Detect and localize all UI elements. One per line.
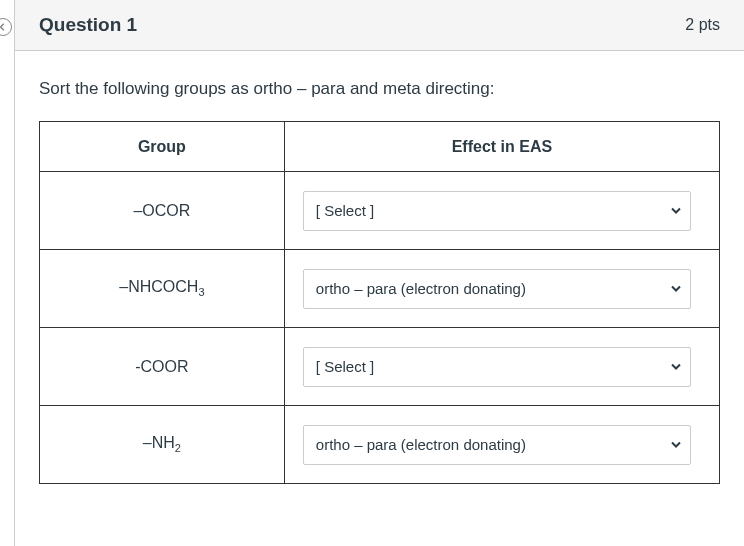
chevron-down-icon <box>670 358 682 375</box>
sorting-table: Group Effect in EAS –OCOR [ Select ] <box>39 121 720 484</box>
group-label: -COOR <box>135 358 188 375</box>
effect-select[interactable]: ortho – para (electron donating) <box>303 425 691 465</box>
question-header: Question 1 2 pts <box>15 0 744 51</box>
chevron-down-icon <box>670 202 682 219</box>
effect-select[interactable]: ortho – para (electron donating) <box>303 269 691 309</box>
question-container: Question 1 2 pts Sort the following grou… <box>14 0 744 546</box>
effect-select[interactable]: [ Select ] <box>303 347 691 387</box>
group-label: –NH2 <box>143 434 181 451</box>
group-label: –OCOR <box>133 202 190 219</box>
table-row: –OCOR [ Select ] <box>40 172 720 250</box>
table-row: -COOR [ Select ] <box>40 328 720 406</box>
question-prompt: Sort the following groups as ortho – par… <box>39 79 720 99</box>
select-value: [ Select ] <box>316 358 374 375</box>
question-title: Question 1 <box>39 14 137 36</box>
chevron-down-icon <box>670 280 682 297</box>
table-row: –NHCOCH3 ortho – para (electron donating… <box>40 250 720 328</box>
table-row: –NH2 ortho – para (electron donating) <box>40 406 720 484</box>
select-value: ortho – para (electron donating) <box>316 280 526 297</box>
column-header-effect: Effect in EAS <box>284 122 719 172</box>
select-value: [ Select ] <box>316 202 374 219</box>
prev-question-nav[interactable] <box>0 18 12 36</box>
question-body: Sort the following groups as ortho – par… <box>15 51 744 508</box>
effect-select[interactable]: [ Select ] <box>303 191 691 231</box>
question-points: 2 pts <box>685 16 720 34</box>
column-header-group: Group <box>40 122 285 172</box>
group-label: –NHCOCH3 <box>119 278 204 295</box>
chevron-down-icon <box>670 436 682 453</box>
select-value: ortho – para (electron donating) <box>316 436 526 453</box>
